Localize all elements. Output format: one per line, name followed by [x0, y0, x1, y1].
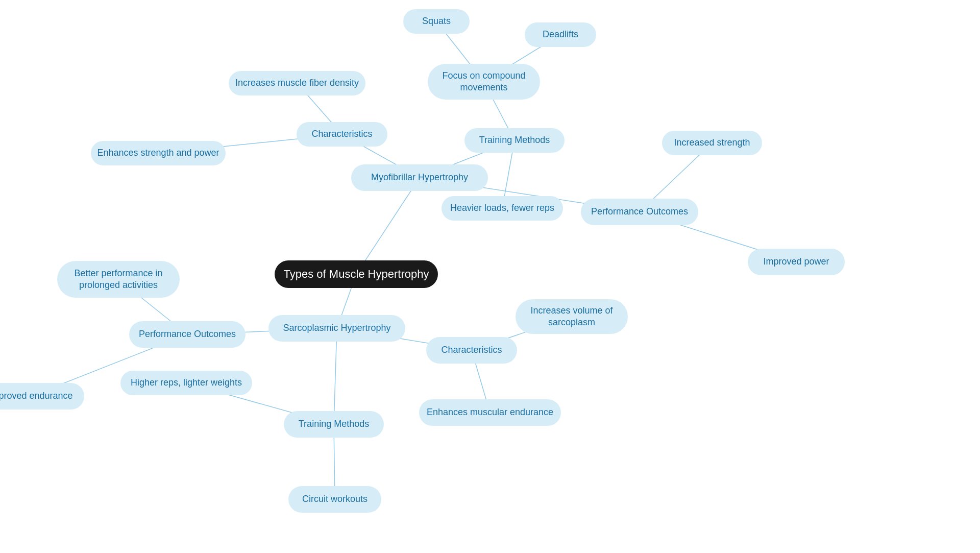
node-myo_train_squats: Squats [403, 9, 470, 34]
node-sarc_train: Training Methods [284, 411, 384, 438]
node-sarcoplasmic: Sarcoplasmic Hypertrophy [268, 315, 405, 342]
node-sarc_perf_better: Better performance in prolonged activiti… [57, 261, 180, 298]
node-myo_perf: Performance Outcomes [581, 199, 698, 225]
node-center: Types of Muscle Hypertrophy [275, 260, 438, 288]
node-sarc_char_volume: Increases volume of sarcoplasm [516, 299, 628, 334]
node-myo_train: Training Methods [464, 128, 565, 153]
node-sarc_train_circuit: Circuit workouts [288, 486, 381, 513]
node-myo_char_strength: Enhances strength and power [91, 141, 226, 165]
mindmap-container: Types of Muscle HypertrophyMyofibrillar … [0, 0, 980, 553]
node-myofibrillar: Myofibrillar Hypertrophy [351, 164, 488, 191]
node-myo_train_compound: Focus on compound movements [428, 64, 540, 100]
node-myo_char: Characteristics [297, 122, 387, 147]
connection-center-myofibrillar [356, 178, 420, 274]
node-sarc_train_higher: Higher reps, lighter weights [120, 371, 252, 395]
node-myo_train_deadlifts: Deadlifts [525, 22, 596, 47]
node-sarc_char: Characteristics [426, 337, 517, 364]
node-sarc_char_muscular: Enhances muscular endurance [419, 399, 561, 426]
node-sarc_perf: Performance Outcomes [129, 321, 246, 348]
connection-sarcoplasmic-sarc_train [334, 328, 337, 424]
node-myo_perf_power: Improved power [748, 249, 845, 275]
node-myo_train_heavier: Heavier loads, fewer reps [442, 196, 563, 221]
node-sarc_perf_endurance: Improved endurance [0, 383, 84, 410]
node-myo_char_fiber: Increases muscle fiber density [229, 71, 365, 95]
node-myo_perf_strength: Increased strength [662, 131, 762, 155]
